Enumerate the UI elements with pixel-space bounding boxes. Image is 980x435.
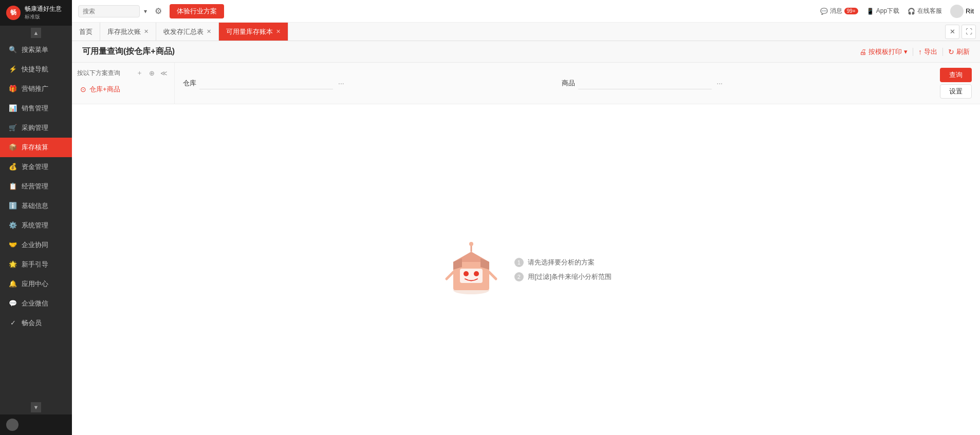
sidebar-scroll-up[interactable]: ▲ bbox=[31, 28, 41, 38]
filter-action-btns: 查询 设置 bbox=[940, 68, 972, 99]
topbar-message-group[interactable]: 💬 消息 99+ bbox=[820, 7, 858, 15]
svg-point-7 bbox=[474, 271, 479, 276]
sidebar-item-new-guide[interactable]: 🌟 新手引导 bbox=[0, 255, 72, 274]
tab-available-ledger[interactable]: 可用量库存账本 ✕ bbox=[219, 23, 288, 41]
sidebar-item-label: 企业微信 bbox=[22, 299, 48, 308]
quick-nav-icon: ⚡ bbox=[8, 65, 17, 74]
tab-available-ledger-close[interactable]: ✕ bbox=[276, 28, 281, 35]
sidebar-item-system[interactable]: ⚙️ 系统管理 bbox=[0, 216, 72, 235]
sidebar-item-label: 快捷导航 bbox=[22, 65, 48, 74]
tab-home-label: 首页 bbox=[79, 27, 93, 36]
sidebar-item-marketing[interactable]: 🎁 营销推广 bbox=[0, 79, 72, 99]
sidebar-scroll-down[interactable]: ▼ bbox=[31, 402, 41, 412]
tip-text-2: 用[过滤]条件来缩小分析范围 bbox=[528, 272, 612, 281]
sidebar-scroll-down-controls: ▼ bbox=[0, 400, 72, 414]
app-download-label: App下载 bbox=[876, 7, 899, 15]
print-icon: 🖨 bbox=[859, 48, 866, 56]
sales-icon: 📊 bbox=[8, 104, 17, 113]
sidebar-item-search-menu[interactable]: 🔍 搜索菜单 bbox=[0, 40, 72, 60]
print-dropdown-icon[interactable]: ▾ bbox=[904, 48, 908, 55]
sidebar-item-member[interactable]: ✓ 畅会员 bbox=[0, 313, 72, 333]
topbar-industry-btn[interactable]: 体验行业方案 bbox=[170, 4, 224, 18]
tab-batch-account[interactable]: 库存批次账 ✕ bbox=[100, 23, 156, 41]
warehouse-input[interactable] bbox=[199, 77, 333, 89]
basic-info-icon: ℹ️ bbox=[8, 201, 17, 211]
main-area: ▾ ⚙ 体验行业方案 💬 消息 99+ 📱 App下载 🎧 在线客服 Rit bbox=[72, 0, 980, 435]
tab-home[interactable]: 首页 bbox=[72, 23, 100, 41]
sidebar-item-purchase[interactable]: 🛒 采购管理 bbox=[0, 118, 72, 138]
filter-collapse-btn[interactable]: ≪ bbox=[159, 68, 169, 78]
goods-input[interactable] bbox=[578, 77, 712, 89]
sidebar-item-sales[interactable]: 📊 销售管理 bbox=[0, 99, 72, 118]
system-icon: ⚙️ bbox=[8, 221, 17, 230]
tabs-bar: 首页 库存批次账 ✕ 收发存汇总表 ✕ 可用量库存账本 ✕ ✕ ⛶ bbox=[72, 23, 980, 41]
tab-batch-account-close[interactable]: ✕ bbox=[144, 28, 149, 35]
refresh-btn[interactable]: ↻ 刷新 bbox=[948, 47, 970, 56]
filter-left-panel: 按以下方案查询 ＋ ⊕ ≪ ⊙ 仓库+商品 bbox=[72, 63, 175, 104]
sidebar-item-enterprise[interactable]: 🤝 企业协同 bbox=[0, 235, 72, 255]
goods-filter-field: 商品 ··· bbox=[562, 77, 934, 89]
message-icon: 💬 bbox=[820, 8, 828, 15]
filter-add-btn[interactable]: ＋ bbox=[134, 68, 144, 78]
query-button[interactable]: 查询 bbox=[940, 68, 972, 82]
sidebar-item-label: 系统管理 bbox=[22, 221, 48, 230]
sidebar-item-label: 资金管理 bbox=[22, 162, 48, 172]
finance-icon: 💰 bbox=[8, 162, 17, 172]
sidebar-item-label: 采购管理 bbox=[22, 123, 48, 133]
sidebar-item-basic-info[interactable]: ℹ️ 基础信息 bbox=[0, 196, 72, 216]
tabs-close-btn[interactable]: ✕ bbox=[945, 25, 959, 39]
settings-button[interactable]: 设置 bbox=[940, 84, 972, 99]
topbar-search-input[interactable] bbox=[78, 5, 140, 17]
svg-point-6 bbox=[464, 271, 469, 276]
sidebar-item-label: 企业协同 bbox=[22, 240, 48, 250]
enterprise-icon: 🤝 bbox=[8, 240, 17, 250]
topbar-dropdown-btn[interactable]: ▾ bbox=[144, 8, 147, 15]
export-icon: ↑ bbox=[918, 48, 922, 56]
enterprise-wechat-icon: 💬 bbox=[8, 299, 17, 308]
sidebar-item-operations[interactable]: 📋 经营管理 bbox=[0, 177, 72, 196]
sidebar-item-finance[interactable]: 💰 资金管理 bbox=[0, 157, 72, 177]
empty-state: 1 请先选择要分析的方案 2 用[过滤]条件来缩小分析范围 bbox=[72, 104, 980, 435]
sidebar-item-label: 基础信息 bbox=[22, 201, 48, 211]
inventory-icon: 📦 bbox=[8, 143, 17, 152]
filter-config-btn[interactable]: ⊕ bbox=[146, 68, 157, 78]
tabs-maximize-btn[interactable]: ⛶ bbox=[961, 25, 976, 39]
scheme-item-icon: ⊙ bbox=[80, 85, 86, 93]
topbar-settings-icon[interactable]: ⚙ bbox=[151, 4, 165, 18]
filter-scheme-item[interactable]: ⊙ 仓库+商品 bbox=[77, 82, 169, 97]
app-center-icon: 🔔 bbox=[8, 279, 17, 289]
sidebar: 畅 畅康通好生意 标准版 ▲ 🔍 搜索菜单 ⚡ 快捷导航 🎁 营销推广 📊 销售… bbox=[0, 0, 72, 435]
sidebar-item-label: 经营管理 bbox=[22, 182, 48, 191]
topbar-user-avatar bbox=[950, 5, 964, 18]
topbar-online-service[interactable]: 🎧 在线客服 bbox=[908, 7, 942, 15]
topbar-user-name: Rit bbox=[966, 7, 974, 15]
sidebar-item-label: 新手引导 bbox=[22, 260, 48, 269]
goods-more-btn[interactable]: ··· bbox=[715, 79, 725, 87]
sidebar-header: 畅 畅康通好生意 标准版 bbox=[0, 0, 72, 26]
content-header: 可用量查询(按仓库+商品) 🖨 按模板打印 ▾ ↑ 导出 ↻ 刷新 bbox=[72, 41, 980, 63]
refresh-label: 刷新 bbox=[956, 47, 970, 56]
sidebar-item-enterprise-wechat[interactable]: 💬 企业微信 bbox=[0, 294, 72, 313]
operations-icon: 📋 bbox=[8, 182, 17, 191]
tab-available-ledger-label: 可用量库存账本 bbox=[226, 27, 273, 36]
sidebar-item-app-center[interactable]: 🔔 应用中心 bbox=[0, 274, 72, 294]
new-guide-icon: 🌟 bbox=[8, 260, 17, 269]
sidebar-app-title: 畅康通好生意 bbox=[25, 5, 62, 13]
tab-receipt-summary-close[interactable]: ✕ bbox=[207, 28, 211, 35]
online-service-label: 在线客服 bbox=[917, 7, 942, 15]
sidebar-user-bottom[interactable] bbox=[0, 414, 72, 435]
print-btn[interactable]: 🖨 按模板打印 ▾ bbox=[859, 47, 908, 56]
tab-receipt-summary[interactable]: 收发存汇总表 ✕ bbox=[156, 23, 219, 41]
topbar-app-download[interactable]: 📱 App下载 bbox=[866, 7, 899, 15]
sidebar-item-inventory[interactable]: 📦 库存核算 bbox=[0, 138, 72, 157]
topbar-user[interactable]: Rit bbox=[950, 5, 974, 18]
warehouse-more-btn[interactable]: ··· bbox=[336, 79, 346, 87]
goods-label: 商品 bbox=[562, 79, 575, 88]
export-btn[interactable]: ↑ 导出 bbox=[918, 47, 937, 56]
sidebar-item-quick-nav[interactable]: ⚡ 快捷导航 bbox=[0, 60, 72, 79]
sidebar-user-avatar bbox=[6, 419, 19, 431]
filter-right-panel: 仓库 ··· 商品 ··· 查询 设置 bbox=[175, 63, 980, 104]
tab-receipt-summary-label: 收发存汇总表 bbox=[163, 27, 204, 36]
member-icon: ✓ bbox=[8, 318, 17, 328]
message-badge: 99+ bbox=[844, 8, 858, 14]
